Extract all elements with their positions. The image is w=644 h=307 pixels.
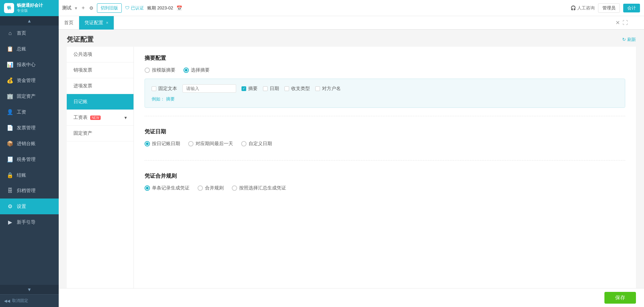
sidebar-item-label: 工资 [17,109,26,115]
sidebar-item-label: 新手引导 [17,219,36,225]
sidebar-item-newbie[interactable]: ▶ 新手引导 [0,214,59,230]
admin-button[interactable]: 管理员 [598,3,620,13]
sidebar-item-assets[interactable]: 🏢 固定资产 [0,88,59,104]
sidebar-item-archive[interactable]: 🗄 归档管理 [0,183,59,199]
radio-template-abstract[interactable]: 按模版摘要 [145,67,175,73]
refresh-button[interactable]: ↻ 刷新 [622,37,636,43]
tab-home[interactable]: 首页 [59,16,79,30]
headset-icon: 🎧 [571,5,576,10]
sidebar-item-label: 总账 [17,46,26,52]
radio-circle-checked [145,185,150,191]
sidebar: ▲ ⌂ 首页 📋 总账 📊 报表中心 💰 资金管理 🏢 固定资产 [0,16,59,307]
radio-merge[interactable]: 合并规则 [198,185,224,191]
cancel-fixed-button[interactable]: ◀◀ 取消固定 [0,294,59,307]
close-window-icon[interactable]: ✕ [615,19,620,26]
tab-close-icon[interactable]: × [106,20,108,25]
radio-select-abstract[interactable]: 选择摘要 [183,67,210,73]
sidebar-item-reports[interactable]: 📊 报表中心 [0,57,59,73]
radio-circle [188,141,194,146]
finance-icon: 💰 [7,77,13,84]
abstract-config-row: 固定文本 ✓ 摘要 日期 [152,84,618,93]
checkbox-counterpart[interactable]: 对方户名 [315,86,341,92]
sidebar-item-label: 结账 [17,172,26,178]
home-icon: ⌂ [7,30,13,36]
radio-circle [232,185,237,191]
sidebar-item-tax[interactable]: 🧾 税务管理 [0,151,59,167]
reports-icon: 📊 [7,61,13,68]
sidebar-item-settings[interactable]: ⚙ 设置 [0,199,59,214]
abstract-config-box: 固定文本 ✓ 摘要 日期 [145,79,625,108]
sidebar-item-label: 税务管理 [17,157,36,163]
section-abstract: 摘要配置 按模版摘要 选择摘要 [145,55,625,116]
tab-bar: 首页 凭证配置 × ✕ ⛶ [59,16,644,30]
archive-icon: 🗄 [7,188,13,194]
settings-icon[interactable]: ⚙ [89,5,94,11]
checkbox-checked: ✓ [241,86,246,91]
config-nav-payroll[interactable]: 工资表 NEW ▾ [67,110,133,126]
tax-icon: 🧾 [7,156,13,163]
radio-circle-checked [145,141,150,146]
calendar-icon[interactable]: 📅 [176,5,182,11]
config-nav: 公共选项 销项发票 进项发票 日记账 工资表 NEW [67,47,134,288]
checkbox-date[interactable]: 日期 [263,86,279,92]
sidebar-item-label: 固定资产 [17,93,36,99]
sidebar-scroll-down[interactable]: ▼ [0,285,59,294]
sidebar-item-salary[interactable]: 👤 工资 [0,104,59,120]
sidebar-item-purchase-sales[interactable]: 📦 进销台账 [0,136,59,151]
checkbox-fixed-text[interactable]: 固定文本 [152,86,177,92]
expand-icon[interactable]: ⛶ [623,20,628,26]
radio-single[interactable]: 单条记录生成凭证 [145,185,190,191]
sidebar-item-label: 发票管理 [17,125,36,131]
tab-voucher-config[interactable]: 凭证配置 × [79,16,114,30]
sidebar-item-close[interactable]: 🔒 结账 [0,167,59,183]
project-dropdown-icon[interactable]: ▾ [75,5,77,11]
radio-custom-date[interactable]: 自定义日期 [241,141,272,147]
invoice-mgmt-icon: 📄 [7,125,13,131]
fixed-text-input[interactable] [182,84,236,93]
certified-status: 🛡 已认证 [125,5,144,11]
checkbox-box [315,86,320,91]
radio-journal-date[interactable]: 按日记账日期 [145,141,180,147]
tab-actions: ✕ ⛶ [615,19,631,26]
sidebar-item-label: 设置 [17,204,26,210]
sidebar-item-label: 首页 [17,30,26,36]
checkbox-box [152,86,156,91]
radio-select-merge[interactable]: 按照选择汇总生成凭证 [232,185,286,191]
checkbox-type[interactable]: 收支类型 [284,86,310,92]
config-nav-purchase-invoice[interactable]: 进项发票 [67,78,133,94]
abstract-radio-group: 按模版摘要 选择摘要 [145,67,625,73]
service-button[interactable]: 🎧 人工咨询 [571,5,595,11]
radio-period-last[interactable]: 对应期间最后一天 [188,141,233,147]
ledger-icon: 📋 [7,46,13,52]
close-books-icon: 🔒 [7,172,13,178]
page-header: 凭证配置 ↻ 刷新 [59,30,644,47]
assets-icon: 🏢 [7,93,13,99]
sidebar-item-home[interactable]: ⌂ 首页 [0,26,59,41]
sidebar-scroll-up[interactable]: ▲ [0,16,59,26]
config-nav-fixed-assets[interactable]: 固定资产 [67,126,133,141]
config-nav-sales-invoice[interactable]: 销项发票 [67,62,133,78]
voucher-date-radio-group: 按日记账日期 对应期间最后一天 自定义日期 [145,141,625,147]
sidebar-item-ledger[interactable]: 📋 总账 [0,41,59,57]
checkbox-abstract[interactable]: ✓ 摘要 [241,86,258,92]
radio-circle [241,141,247,146]
radio-circle [198,185,203,191]
section-title-merge-rule: 凭证合并规则 [145,173,625,180]
section-title-voucher-date: 凭证日期 [145,128,625,135]
sidebar-item-finance[interactable]: 💰 资金管理 [0,73,59,88]
shield-icon: 🛡 [125,5,129,10]
config-nav-journal[interactable]: 日记账 [67,94,133,110]
config-nav-public[interactable]: 公共选项 [67,47,133,62]
role-badge: 会计 [623,4,640,12]
sidebar-item-invoice-mgmt[interactable]: 📄 发票管理 [0,120,59,136]
add-icon[interactable]: ＋ [80,4,86,11]
logo-area: 畅 畅捷通好会计 专业版 [0,0,59,16]
sidebar-item-label: 资金管理 [17,78,36,84]
top-header: 畅 畅捷通好会计 专业版 测试 ▾ ＋ ⚙ 切到旧版 🛡 已认证 账期 2023… [0,0,644,16]
switch-old-button[interactable]: 切到旧版 [97,3,122,13]
page-content: 凭证配置 ↻ 刷新 公共选项 销项发票 进项发票 [59,30,644,288]
purchase-sales-icon: 📦 [7,140,13,147]
content-area: 首页 凭证配置 × ✕ ⛶ 凭证配置 ↻ 刷新 [59,16,644,307]
save-button[interactable]: 保存 [604,292,636,304]
unpin-icon: ◀◀ [4,299,10,303]
